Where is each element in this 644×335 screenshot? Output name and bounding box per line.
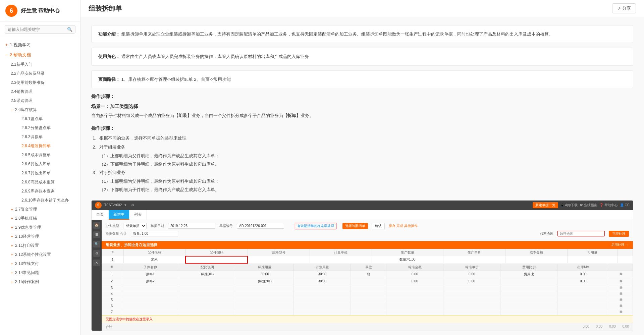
table-row: 5☒: [102, 297, 633, 303]
sidebar-item-other-out[interactable]: 2.6.7其他出库单: [21, 169, 80, 178]
intro-label: 功能介绍：: [98, 32, 120, 37]
logo-area: 6 好生意 帮助中心: [0, 0, 80, 22]
sidebar-item-operation[interactable]: + 2.10经营管理: [11, 232, 80, 241]
inventory-submenu: 2.6.1盘点单 2.6.2分量盘点单 2.6.3调拨单 2.6.4组装拆卸单 …: [11, 114, 80, 205]
collapse-icon: −: [5, 53, 8, 57]
screenshot-container: 6 TEST-H002 ▾ ⚙ 新建单据一览 📱 App下载 ☎ 业绩指南 ❓ …: [91, 200, 633, 331]
mock-th-prod-price: 生产单价: [443, 249, 505, 256]
expand-icon: +: [5, 43, 8, 47]
scenario1-desc: 当由多个子件材料组装成一个成品的业务为【组装】业务，当由一个父件拆分成多个子产品…: [91, 112, 633, 120]
share-button[interactable]: ↗ 分享: [612, 3, 636, 13]
sidebar-item-cost-adjust[interactable]: 2.6.5成本调整单: [21, 151, 80, 160]
page-title: 组装拆卸单: [89, 4, 122, 13]
table-row: 6☒: [102, 303, 633, 309]
mock-th-parent-name: 父件名称: [123, 249, 185, 256]
path-text: 1、库存核算->库存管理->组装拆卸单 2、首页->常用功能: [121, 77, 231, 82]
mock-annotation-bottom: 无固定流水中的值按在这里录入: [102, 315, 633, 323]
mock-confirm-assembly-btn[interactable]: 确认: [372, 223, 385, 229]
mock-icon-settings[interactable]: ⚙: [93, 250, 100, 257]
mock-warehouse-input[interactable]: [557, 231, 605, 236]
sidebar-item-cases[interactable]: + 2.15操作案例: [11, 277, 80, 286]
mock-th-available: 可用量: [567, 249, 618, 256]
mock-logo: 6: [95, 202, 102, 209]
search-box[interactable]: 🔍: [5, 25, 75, 34]
table-row: 7☒: [102, 309, 633, 315]
sidebar-item-data-prep[interactable]: 2.3使用前数据准备: [11, 78, 80, 87]
collapse-icon: −: [11, 108, 13, 112]
mock-left-icons: 🏠 ☰ 🔍 ⚙ ✕: [92, 220, 102, 331]
mock-code-cell-highlight[interactable]: [185, 256, 248, 263]
scenario1-title: 场景一：加工类型选择: [91, 104, 633, 110]
sidebar-item-stock-query[interactable]: 2.6.9库存账本查询: [21, 187, 80, 196]
table-row: 3☒: [102, 285, 633, 291]
nav-tree: + 1.视频学习 − 2.帮助文档 2.1新手入门 2.2产品安装及登录 2.3…: [0, 37, 80, 335]
sidebar-item-sales[interactable]: 2.4销售管理: [11, 87, 80, 96]
sidebar-item-coupon[interactable]: + 2.9优惠券管理: [11, 223, 80, 232]
mock-footer: 合计 0.00 0.00 0.00 0.00: [102, 323, 633, 331]
mock-icon-close[interactable]: ✕: [93, 260, 100, 266]
mock-process-btn[interactable]: 立即处理: [609, 231, 629, 237]
mock-type-select[interactable]: 组装单据 拆卸单据: [123, 223, 147, 229]
mock-app: 6 TEST-H002 ▾ ⚙ 新建单据一览 📱 App下载 ☎ 业绩指南 ❓ …: [92, 201, 633, 331]
logo-icon: 6: [5, 5, 17, 17]
sidebar-item-split-stocktake[interactable]: 2.6.2分量盘点单: [21, 123, 80, 132]
share-label: 分享: [622, 5, 631, 11]
sidebar-item-payment[interactable]: + 2.13在线支付: [11, 259, 80, 268]
share-icon: ↗: [617, 6, 621, 11]
sidebar-item-docs[interactable]: − 2.帮助文档: [0, 50, 80, 60]
search-input[interactable]: [8, 27, 67, 32]
role-text: 通常由生产人员或库管人员完成拆装业务的操作，库管人员确认原材料的出库和产成品的入…: [121, 54, 309, 59]
intro-text: 组装拆卸单用来处理企业组装或拆卸等加工业务，支持有固定装配清单的产品加工业务，也…: [121, 32, 553, 37]
sidebar-item-label: 2.帮助文档: [10, 52, 31, 58]
sidebar-item-mobile[interactable]: + 2.8手机旺铺: [11, 214, 80, 223]
sidebar-item-fund[interactable]: + 2.7资金管理: [11, 205, 80, 214]
sidebar-item-purchase[interactable]: 2.5采购管理: [11, 96, 80, 105]
mock-date-input[interactable]: [168, 223, 215, 229]
mock-form-wrapper: 业务类型 组装单据 拆卸单据 单据日期 单据编号: [102, 220, 633, 331]
step3-sub1: （1）上部明细为父件明细，最终作为原材料生成其它出库单；: [99, 177, 633, 186]
sidebar-item-account-error[interactable]: 2.6.10库存账本错了怎么办: [21, 196, 80, 205]
role-block: 使用角色： 通常由生产人员或库管人员完成拆装业务的操作，库管人员确认原材料的出库…: [91, 48, 633, 65]
mock-tab-bar: 自页 新增单 列表: [92, 210, 633, 220]
sidebar-item-inventory[interactable]: − 2.6库存核算: [11, 105, 80, 114]
sidebar-item-install[interactable]: 2.2产品安装及登录: [11, 69, 80, 78]
sidebar-item-other-in[interactable]: 2.6.6其他入库单: [21, 160, 80, 169]
table-row: 1 米米 数量:=1.00: [102, 256, 633, 263]
mock-form-row1: 业务类型 组装单据 拆卸单据 单据日期 单据编号: [106, 223, 629, 229]
sidebar-item-print[interactable]: + 2.11打印设置: [11, 241, 80, 250]
mock-tab-list[interactable]: 列表: [129, 210, 147, 220]
step3-sub2: （2）下部明细为子件明细，最终作为产成品生成其它入库单。: [99, 186, 633, 194]
mock-new-doc-btn[interactable]: 新建单据一览: [533, 202, 558, 208]
sidebar-item-faq[interactable]: + 2.14常见问题: [11, 268, 80, 277]
mock-code-label: 单据编号: [219, 224, 233, 228]
sidebar-item-stocktake[interactable]: 2.6.1盘点单: [21, 114, 80, 123]
mock-date-label: 单据日期: [151, 224, 164, 228]
mock-icon-list[interactable]: ☰: [93, 231, 100, 238]
mock-icon-home[interactable]: 🏠: [93, 222, 100, 229]
steps-label: 操作步骤：: [91, 125, 633, 131]
mock-icon-search[interactable]: 🔍: [93, 241, 100, 247]
sidebar-item-video[interactable]: + 1.视频学习: [0, 40, 80, 50]
mock-body: 🏠 ☰ 🔍 ⚙ ✕ 业务类型: [92, 220, 633, 331]
sidebar-item-transfer[interactable]: 2.6.3调拨单: [21, 132, 80, 142]
mock-tab-new[interactable]: 新增单: [109, 210, 129, 220]
mock-code-input[interactable]: [237, 223, 284, 229]
mock-assembly-notice: 有装配清单的在这里处理: [295, 223, 336, 229]
mock-form-area: 业务类型 组装单据 拆卸单据 单据日期 单据编号: [102, 220, 633, 241]
path-label: 页面路径：: [98, 77, 120, 82]
mock-qty-input[interactable]: [131, 231, 178, 236]
mock-th-prod-qty: 生产数量: [372, 249, 443, 256]
sidebar-item-cost-recalc[interactable]: 2.6.8商品成本重算: [21, 178, 80, 187]
mock-th-spec: 规格型号: [248, 249, 310, 256]
mock-th-cost: 成本金额: [505, 249, 567, 256]
docs-submenu: 2.1新手入门 2.2产品安装及登录 2.3使用前数据准备 2.4销售管理 2.…: [0, 60, 80, 286]
search-icon[interactable]: 🔍: [67, 27, 72, 32]
sidebar-item-newcomer[interactable]: 2.1新手入门: [11, 60, 80, 69]
sidebar-item-personal[interactable]: + 2.12系统个性化设置: [11, 250, 80, 259]
table-row: 4☒: [102, 291, 633, 297]
mock-parent-table: # 父件名称 父件编码 规格型号 计量单位 生产数量 生产单价 成本金额 可用量: [102, 249, 633, 264]
mock-select-assembly-btn[interactable]: 选择装配清单: [342, 223, 368, 229]
mock-tab-home[interactable]: 自页: [92, 210, 109, 220]
sidebar-item-assembly[interactable]: 2.6.4组装拆卸单: [21, 142, 80, 151]
mock-type-label: 业务类型: [106, 224, 119, 228]
